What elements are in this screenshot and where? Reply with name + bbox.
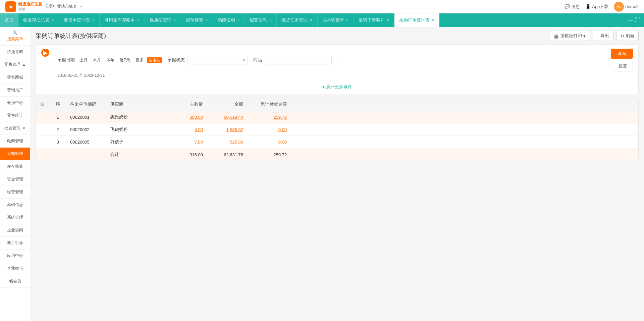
sidebar-item-retail-mall[interactable]: 零售商城 — [0, 71, 30, 84]
tab-config-info[interactable]: 配置信息 × — [245, 13, 277, 27]
row-paid-cell[interactable]: 0.00 — [247, 123, 291, 136]
close-icon[interactable]: × — [137, 17, 140, 23]
row-supplier-cell: 好孩子 — [106, 136, 173, 148]
sidebar-item-inventory-check[interactable]: 库存核算 — [0, 160, 30, 173]
sidebar-item-system-mgmt[interactable]: 系统管理 — [0, 211, 30, 224]
status-select[interactable] — [187, 56, 248, 64]
sidebar-item-basic-info[interactable]: 基础信息 — [0, 199, 30, 211]
query-button[interactable]: 查询 — [611, 49, 633, 59]
app-download-button[interactable]: 📱 App下载 — [585, 4, 608, 10]
table-row: 3 00020005 好孩子 7.00 525.80 0.00 — [36, 136, 638, 148]
row-amount-cell[interactable]: 60,519.44 — [207, 111, 247, 123]
sidebar-item-retail-stats[interactable]: 零售统计 — [0, 109, 30, 122]
sidebar-item-search[interactable]: 🔍 搜索菜单 — [0, 27, 30, 46]
close-icon[interactable]: × — [387, 17, 389, 23]
close-icon[interactable]: × — [92, 17, 95, 23]
sidebar-item-enterprise-wechat[interactable]: 企业微信 — [0, 262, 30, 275]
sidebar-item-ecommerce-mgmt[interactable]: 电商管理 — [0, 135, 30, 148]
row-amount-cell[interactable]: 525.80 — [207, 136, 247, 148]
expand-filters-button[interactable]: ▾ 展开更多条件 — [322, 84, 352, 90]
tab-purchase-summary[interactable]: 采购订单统计表 × — [394, 13, 439, 27]
sidebar-item-enterprise-collab[interactable]: 企业协同 — [0, 224, 30, 237]
table-row: 1 00020001 惠氏奶粉 303.00 60,519.44 259.72 — [36, 111, 638, 123]
shortcut-more[interactable]: 更多 — [133, 57, 146, 64]
tab-overstock-warning[interactable]: 超储预警 × — [181, 13, 213, 27]
table-row: 2 00020002 飞鹤奶粉 6.00 1,586.52 0.00 — [36, 123, 638, 136]
close-icon[interactable]: × — [173, 17, 176, 23]
filter-panel: ▶ 单据日期 上月 本月 本年 近7天 更多 自定义 — [36, 44, 639, 94]
status-label: 单据状态 — [167, 57, 185, 63]
row-index-cell: 2 — [49, 123, 66, 136]
close-icon[interactable]: × — [51, 17, 54, 23]
shortcut-this-year[interactable]: 本年 — [104, 57, 116, 64]
user-profile[interactable]: Ea demo2 — [614, 2, 639, 12]
row-supplier-cell: 飞鹤奶粉 — [106, 123, 173, 136]
tab-expiry-query[interactable]: 保质期查询 × — [145, 13, 181, 27]
maximize-button[interactable]: ⛶ — [635, 18, 640, 22]
sidebar-item-purchase-mgmt[interactable]: 采购管理 — [0, 148, 30, 160]
sidebar-item-operation-mgmt[interactable]: 经营管理 — [0, 186, 30, 199]
table-footer-row: 合计 316.00 62,631.76 259.72 — [36, 148, 638, 161]
sidebar-item-finance-mgmt[interactable]: 资金管理 — [0, 173, 30, 186]
tab-invite-downstream[interactable]: 邀请下游客户 × — [354, 13, 394, 27]
row-qty-cell[interactable]: 6.00 — [173, 123, 207, 136]
sidebar-item-member-center[interactable]: 会员中心 — [0, 97, 30, 109]
settings-button[interactable]: 设置 — [613, 61, 633, 71]
col-code-header: 往来单位编码 — [66, 98, 106, 111]
export-button[interactable]: ↓ 导出 — [593, 31, 614, 41]
custom-date-badge[interactable]: 自定义 — [147, 57, 162, 63]
tab-function-desc[interactable]: 功能说明 × — [213, 13, 245, 27]
tab-order-stats[interactable]: 要货单统计表 × — [59, 13, 100, 27]
print-button[interactable]: 🖨️ 按模板打印 ▾ — [549, 31, 590, 41]
search-icon: 🔍 — [12, 30, 17, 35]
minimize-button[interactable]: — — [628, 18, 633, 22]
row-extra-cell — [291, 136, 638, 148]
tab-available-inventory[interactable]: 可用量库存账本 × — [100, 13, 145, 27]
row-amount-cell[interactable]: 1,586.52 — [207, 123, 247, 136]
tab-pick-task[interactable]: 拣货任务管理 × — [277, 13, 317, 27]
close-icon[interactable]: × — [269, 17, 272, 23]
sidebar-item-retail-mgmt[interactable]: 零售管理 ▲ — [0, 58, 30, 71]
footer-label-cell: 合计 — [106, 148, 173, 161]
row-settings-cell — [36, 136, 49, 148]
goods-input[interactable] — [265, 56, 332, 64]
row-qty-cell[interactable]: 303.00 — [173, 111, 207, 123]
column-settings-icon[interactable]: ⚙ — [40, 101, 44, 107]
shortcut-7days[interactable]: 近7天 — [118, 57, 132, 64]
footer-paid-cell: 259.72 — [247, 148, 291, 161]
sidebar-item-app-center[interactable]: 应用中心 — [0, 250, 30, 262]
shortcut-this-month[interactable]: 本月 — [91, 57, 103, 64]
sidebar-item-chang-member[interactable]: 畅会员 — [0, 275, 30, 288]
header-right: 💬 消息 📱 App下载 Ea demo2 — [565, 2, 639, 12]
messages-button[interactable]: 💬 消息 — [565, 4, 580, 10]
close-icon[interactable]: × — [310, 17, 312, 23]
sidebar-item-new-guide[interactable]: 新手引导 — [0, 237, 30, 250]
row-paid-cell[interactable]: 0.00 — [247, 136, 291, 148]
main-layout: 🔍 搜索菜单 快捷导航 零售管理 ▲ 零售商城 营销推广 会员中心 零售统计 批… — [0, 27, 644, 321]
close-icon[interactable]: × — [432, 17, 434, 23]
close-icon[interactable]: × — [346, 17, 349, 23]
row-qty-cell[interactable]: 7.00 — [173, 136, 207, 148]
shortcut-last-month[interactable]: 上月 — [77, 57, 90, 64]
breadcrumb: 母婴行业演示账套 — [45, 4, 77, 9]
date-shortcuts: 上月 本月 本年 近7天 更多 自定义 — [77, 57, 162, 64]
table-header-row: ⚙ 序 往来单位编码 供应商 主数量 金额 累计付款金额 — [36, 98, 638, 111]
export-icon: ↓ — [597, 34, 599, 39]
row-settings-cell — [36, 123, 49, 136]
filter-toggle-button[interactable]: ▶ — [41, 49, 49, 57]
close-icon[interactable]: × — [237, 17, 240, 23]
tab-receivables-summary[interactable]: 收发存汇总表 × — [18, 13, 59, 27]
top-header: 畅 畅捷通好生意 标版 母婴行业演示账套 ▾ 💬 消息 📱 App下载 Ea d… — [0, 0, 644, 13]
close-icon[interactable]: × — [205, 17, 208, 23]
expand-icon: ▾ — [322, 85, 325, 90]
svg-text:畅: 畅 — [9, 5, 12, 9]
refresh-button[interactable]: ↻ 刷新 — [616, 31, 639, 41]
tab-home[interactable]: 首页 — [0, 13, 18, 27]
tab-cost-adjust[interactable]: 成本调整单 × — [318, 13, 354, 27]
more-options-icon[interactable]: ··· — [336, 57, 340, 63]
row-paid-cell[interactable]: 259.72 — [247, 111, 291, 123]
sidebar-item-quick-nav[interactable]: 快捷导航 — [0, 46, 30, 58]
sidebar-item-marketing[interactable]: 营销推广 — [0, 84, 30, 97]
sidebar-item-wholesale-mgmt[interactable]: 批发管理 ▼ — [0, 122, 30, 135]
logo-icon: 畅 — [5, 1, 16, 12]
